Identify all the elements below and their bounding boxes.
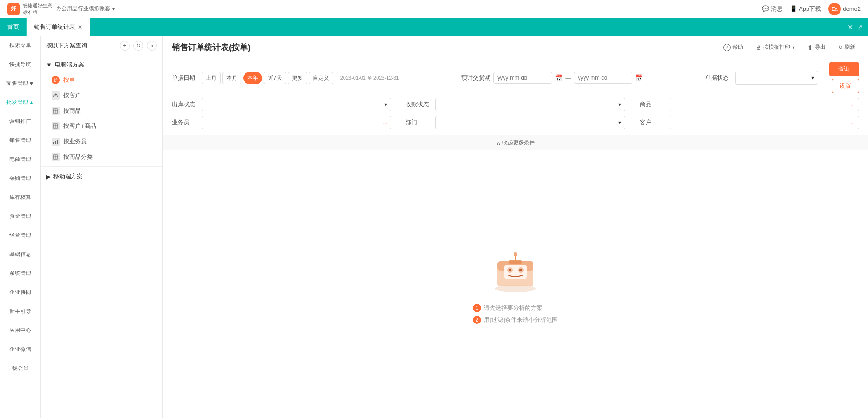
tree-item-by-order[interactable]: 按 按单 [44,72,162,88]
tab-close-icon[interactable]: ✕ [78,24,82,30]
product-area: 商品 ... [640,98,859,111]
sidebar-item-member[interactable]: 畅会员 [0,359,40,378]
sidebar-item-wechat[interactable]: 企业微信 [0,340,40,359]
filter-panel: 按以下方案查询 + ↻ « ▼ 电脑端方案 按 按单 [41,36,163,418]
tree-pc-children: 按 按单 按客户 按商品 [41,72,162,165]
sidebar-item-finance[interactable]: 资金管理 [0,207,40,226]
tree-mobile-label: 移动端方案 [53,172,83,180]
payment-status-select[interactable]: ▾ [435,98,625,111]
tab-close-window-icon[interactable]: ✕ [847,23,853,32]
product-more-icon[interactable]: ... [850,101,855,108]
tab-bar-actions: ✕ ⤢ [847,23,868,32]
expected-date-area: 预计交货期 📅 — 📅 [461,72,643,84]
customer-area: 客户 ... [640,116,859,129]
sidebar-item-app-center[interactable]: 应用中心 [0,321,40,340]
svg-rect-2 [53,124,58,128]
tree-mobile-section[interactable]: ▶ 移动端方案 [41,169,162,184]
more-date-btn[interactable]: 更多 [288,72,307,84]
query-button[interactable]: 查询 [829,62,859,76]
department-select[interactable]: ▾ [435,116,625,129]
template-print-button[interactable]: 🖨 按模板打印 ▾ [752,42,798,53]
calendar-icon-start[interactable]: 📅 [555,74,562,81]
by-customer-product-icon [52,122,60,130]
calendar-icon-end[interactable]: 📅 [635,74,643,81]
refresh-scheme-button[interactable]: ↻ [133,41,143,51]
export-icon: ⬆ [807,44,813,51]
last-month-btn[interactable]: 上月 [202,72,221,84]
by-salesperson-label: 按业务员 [63,138,87,146]
product-select[interactable]: ... [670,98,859,111]
tab-home[interactable]: 首页 [0,18,27,36]
logo-text: 畅捷通好生意 标准版 [23,2,52,15]
delivery-status-select[interactable]: ▾ [202,98,391,111]
sidebar-item-enterprise[interactable]: 企业协同 [0,283,40,302]
by-salesperson-icon [52,138,60,146]
breadcrumb-arrow-icon[interactable]: ▾ [112,6,115,12]
svg-rect-6 [53,155,58,159]
tree-item-by-product[interactable]: 按商品 [44,103,162,119]
sidebar-item-quick-nav[interactable]: 快捷导航 [0,55,40,74]
tip-text-2: 用[过滤]条件来缩小分析范围 [484,316,557,324]
tip-text-1: 请先选择要分析的方案 [484,304,542,312]
export-button[interactable]: ⬆ 导出 [804,42,829,53]
expected-date-end[interactable] [574,72,632,84]
refresh-button[interactable]: ↻ 刷新 [835,42,859,53]
salesperson-label: 业务员 [172,119,199,127]
sidebar-item-newbie[interactable]: 新手引导 [0,302,40,321]
template-print-arrow-icon: ▾ [792,44,795,51]
this-month-btn[interactable]: 本月 [222,72,241,84]
sidebar-item-system[interactable]: 系统管理 [0,264,40,283]
document-status-select[interactable]: ▾ [735,71,818,85]
empty-tips: 1 请先选择要分析的方案 2 用[过滤]条件来缩小分析范围 [473,304,557,328]
retail-arrow-icon: ▼ [29,81,34,87]
sidebar-item-wholesale[interactable]: 批发管理 ▲ [0,93,40,112]
sidebar-item-sales[interactable]: 销售管理 [0,131,40,150]
message-button[interactable]: 💬 消息 [762,5,783,13]
date-filter-label: 单据日期 [172,74,199,82]
sidebar-item-inventory[interactable]: 库存核算 [0,188,40,207]
salesperson-more-icon[interactable]: ... [382,119,387,126]
department-area: 部门 ▾ [406,116,625,129]
empty-tip-2: 2 用[过滤]条件来缩小分析范围 [473,316,557,324]
tree-item-by-salesperson[interactable]: 按业务员 [44,134,162,149]
by-order-label: 按单 [63,76,75,84]
expected-date-label: 预计交货期 [461,74,491,82]
sidebar-item-search[interactable]: 搜索菜单 [0,36,40,55]
sidebar-item-purchase[interactable]: 采购管理 [0,169,40,188]
by-product-icon [52,107,60,115]
date-filter-buttons: 上月 本月 本年 近7天 更多 自定义 [202,72,333,84]
collapse-bar[interactable]: ∧ 收起更多条件 [163,135,868,150]
sidebar-item-ecommerce[interactable]: 电商管理 [0,150,40,169]
tree-pc-section[interactable]: ▼ 电脑端方案 [41,57,162,72]
sidebar-item-basic-info[interactable]: 基础信息 [0,245,40,264]
tree-item-by-product-category[interactable]: 按商品分类 [44,149,162,165]
sidebar-item-retail[interactable]: 零售管理 ▼ [0,74,40,93]
salesperson-area: 业务员 ... [172,116,391,129]
user-avatar-area[interactable]: Ea demo2 [828,3,861,15]
collapse-panel-button[interactable]: « [147,41,157,51]
sidebar-item-operations[interactable]: 经营管理 [0,226,40,245]
last-7-days-btn[interactable]: 近7天 [264,72,286,84]
product-label: 商品 [640,100,667,109]
sidebar-item-marketing[interactable]: 营销推广 [0,112,40,131]
svg-rect-3 [53,142,54,144]
tree-item-by-customer-product[interactable]: 按客户+商品 [44,119,162,134]
expected-date-start[interactable] [493,72,552,84]
empty-svg [486,241,545,295]
customer-select[interactable]: ... [670,116,859,129]
add-scheme-button[interactable]: + [120,41,130,51]
document-status-area: 单据状态 ▾ [705,71,818,85]
tree-item-by-customer[interactable]: 按客户 [44,88,162,103]
salesperson-select[interactable]: ... [202,116,391,129]
custom-date-btn[interactable]: 自定义 [309,72,333,84]
help-button[interactable]: ? 帮助 [720,42,747,53]
tab-expand-icon[interactable]: ⤢ [857,23,863,32]
wholesale-arrow-icon: ▲ [29,100,34,106]
customer-more-icon[interactable]: ... [850,119,855,126]
tab-sales-order-stats[interactable]: 销售订单统计表 ✕ [27,18,90,36]
app-download-button[interactable]: 📱 App下载 [790,5,821,13]
this-year-btn[interactable]: 本年 [243,72,262,84]
settings-button[interactable]: 设置 [832,79,859,93]
tree-expand-icon: ▼ [46,62,52,68]
svg-point-14 [509,269,511,271]
